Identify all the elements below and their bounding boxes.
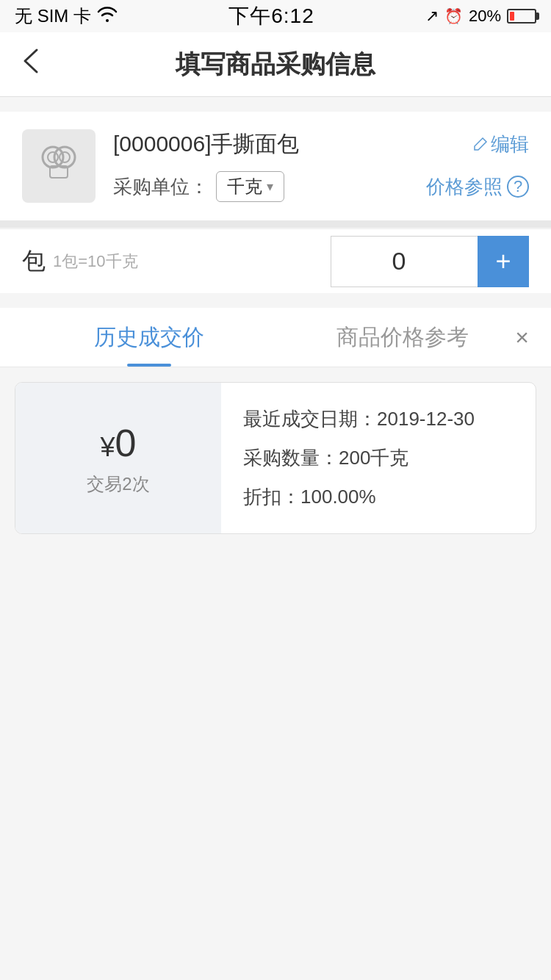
price-reference-button[interactable]: 价格参照 ?	[426, 174, 529, 200]
bottom-area	[0, 549, 551, 916]
svg-point-3	[60, 152, 70, 162]
quantity-hint: 1包=10千克	[53, 251, 138, 273]
product-image	[22, 129, 96, 203]
divider	[0, 220, 551, 228]
quantity-unit: 包	[22, 245, 46, 278]
edit-button[interactable]: 编辑	[472, 131, 529, 157]
alarm-icon: ⏰	[444, 7, 463, 25]
quantity-input-group: +	[331, 236, 529, 287]
price-card: ¥0 交易2次 最近成交日期：2019-12-30 采购数量：200千克 折扣：…	[15, 382, 536, 534]
nav-bar: 填写商品采购信息	[0, 32, 551, 97]
quantity-row: 包 1包=10千克 +	[0, 228, 551, 293]
status-left: 无 SIM 卡	[15, 4, 118, 28]
discount-row: 折扣：100.00%	[243, 483, 514, 511]
battery-icon	[507, 9, 536, 24]
quantity-plus-button[interactable]: +	[478, 236, 529, 287]
svg-point-1	[48, 152, 58, 162]
price-amount: ¥0	[101, 421, 137, 465]
tab-bar: 历史成交价 商品价格参考 ×	[0, 308, 551, 367]
unit-selector[interactable]: 千克 ▾	[216, 171, 284, 202]
quantity-input[interactable]	[331, 236, 478, 287]
status-bar: 无 SIM 卡 下午6:12 ↗ ⏰ 20%	[0, 0, 551, 32]
price-card-right: 最近成交日期：2019-12-30 采购数量：200千克 折扣：100.00%	[221, 383, 536, 533]
battery-percent: 20%	[469, 7, 501, 26]
recent-date-row: 最近成交日期：2019-12-30	[243, 405, 514, 433]
product-name: [0000006]手撕面包	[113, 129, 299, 159]
unit-label: 采购单位：	[113, 174, 209, 200]
tab-product-price-ref[interactable]: 商品价格参考	[276, 308, 529, 367]
carrier-text: 无 SIM 卡	[15, 4, 91, 28]
purchase-qty-row: 采购数量：200千克	[243, 444, 514, 472]
status-right: ↗ ⏰ 20%	[425, 7, 536, 26]
quantity-label: 包 1包=10千克	[22, 245, 138, 278]
close-tab-button[interactable]: ×	[508, 317, 536, 359]
location-icon: ↗	[425, 7, 439, 26]
product-info: [0000006]手撕面包 编辑 采购单位： 千克 ▾ 价格参照 ?	[113, 129, 529, 202]
price-transactions: 交易2次	[87, 472, 149, 496]
price-ref-label: 价格参照	[426, 174, 503, 200]
tab-history-price[interactable]: 历史成交价	[22, 308, 276, 367]
wifi-icon	[97, 6, 118, 26]
help-icon: ?	[507, 176, 529, 198]
tab-underline	[127, 364, 171, 367]
page-title: 填写商品采购信息	[176, 48, 375, 82]
status-time: 下午6:12	[228, 2, 314, 30]
back-button[interactable]	[15, 40, 47, 89]
price-card-left: ¥0 交易2次	[15, 383, 221, 533]
product-card: [0000006]手撕面包 编辑 采购单位： 千克 ▾ 价格参照 ?	[0, 112, 551, 220]
